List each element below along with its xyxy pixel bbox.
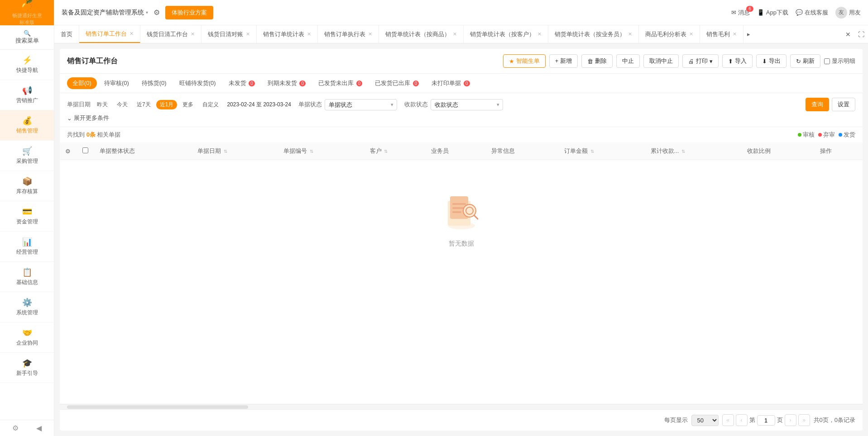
col-collected[interactable]: 累计收款... ⇅ — [645, 142, 742, 160]
refresh-btn[interactable]: ↻ 刷新 — [790, 54, 820, 68]
sub-tab-shipped-out[interactable]: 已发货已出库 0 — [369, 77, 424, 89]
online-service-btn[interactable]: 💬 在线客服 — [796, 9, 828, 17]
sidebar-item-basic-info[interactable]: 📋 基础信息 — [0, 262, 54, 292]
sub-tab-not-shipped[interactable]: 未发货 0 — [223, 77, 260, 89]
query-btn[interactable]: 查询 — [806, 98, 829, 111]
sidebar-item-marketing[interactable]: 📢 营销推广 — [0, 80, 54, 110]
sales-icon: 💰 — [22, 116, 32, 126]
col-amount[interactable]: 订单金额 ⇅ — [559, 142, 645, 160]
last-page-btn[interactable]: » — [798, 414, 810, 426]
cancel-stop-btn[interactable]: 取消中止 — [643, 54, 679, 68]
tab-maximize-btn[interactable]: ⛶ — [854, 31, 868, 38]
number-sort-icon[interactable]: ⇅ — [310, 149, 313, 154]
quick-review-btn[interactable]: 审核 — [798, 131, 815, 139]
sub-tab-pending-review[interactable]: 待审核(0) — [99, 77, 134, 89]
summary-count: 0条 — [86, 131, 96, 138]
tab-sales-stat[interactable]: 销售订单统计表 ✕ — [257, 25, 318, 43]
quick-ship-btn[interactable]: 发货 — [839, 131, 855, 139]
tab-daily-clear-close[interactable]: ✕ — [191, 31, 195, 37]
tab-sales-order-close[interactable]: ✕ — [129, 31, 134, 37]
date-7days[interactable]: 近7天 — [133, 100, 154, 109]
horizontal-scrollbar[interactable] — [60, 404, 863, 409]
customer-sort-icon[interactable]: ⇅ — [384, 149, 388, 154]
app-download-btn[interactable]: 📱 App下载 — [757, 9, 788, 17]
sub-tab-all[interactable]: 全部(0) — [67, 77, 97, 89]
prev-page-btn[interactable]: ‹ — [736, 414, 748, 426]
add-btn[interactable]: + 新增 — [549, 54, 578, 68]
date-yesterday[interactable]: 昨天 — [93, 100, 111, 109]
sidebar-item-finance[interactable]: 💳 资金管理 — [0, 201, 54, 232]
tab-close-all-btn[interactable]: ✕ — [842, 31, 854, 38]
tab-goods-stat-product[interactable]: 销货单统计表（按商品） ✕ — [379, 25, 464, 43]
col-customer[interactable]: 客户 ⇅ — [364, 142, 426, 160]
sidebar-item-system[interactable]: ⚙️ 系统管理 — [0, 292, 54, 322]
sidebar-item-quick-nav[interactable]: ⚡ 快捷导航 — [0, 50, 54, 80]
tab-goods-stat-staff[interactable]: 销货单统计表（按业务员） ✕ — [548, 25, 639, 43]
sidebar-settings-btn[interactable]: ⚙ — [12, 424, 19, 432]
tab-reconciliation[interactable]: 钱货日清对账 ✕ — [201, 25, 257, 43]
import-btn[interactable]: ⬆ 导入 — [722, 54, 753, 68]
tab-sales-margin[interactable]: 销售毛利 ✕ — [700, 25, 743, 43]
tab-goods-stat-product-close[interactable]: ✕ — [453, 31, 457, 37]
tab-more-btn[interactable]: ▸ — [743, 31, 754, 38]
sidebar-item-purchase[interactable]: 🛒 采购管理 — [0, 141, 54, 171]
tab-margin-analysis[interactable]: 商品毛利分析表 ✕ — [639, 25, 700, 43]
message-btn[interactable]: ✉ 消息 6 — [731, 9, 750, 17]
settings-filter-btn[interactable]: 设置 — [832, 98, 855, 111]
sidebar-item-inventory[interactable]: 📦 库存核算 — [0, 171, 54, 201]
date-1month[interactable]: 近1月 — [156, 100, 177, 109]
status-select[interactable]: 单据状态 — [325, 99, 397, 110]
next-page-btn[interactable]: › — [785, 414, 796, 426]
col-settings-icon[interactable]: ⚙ — [65, 148, 71, 155]
sub-tab-shipped-not-out[interactable]: 已发货未出库 0 — [313, 77, 368, 89]
date-custom[interactable]: 自定义 — [199, 100, 222, 109]
sidebar-item-newbie[interactable]: 🎓 新手引导 — [0, 353, 54, 383]
select-all-checkbox[interactable] — [82, 147, 88, 153]
tab-home[interactable]: 首页 — [54, 25, 79, 43]
sub-tab-wangpu-ship[interactable]: 旺铺待发货(0) — [174, 77, 221, 89]
sub-tab-pending-pick[interactable]: 待拣货(0) — [136, 77, 172, 89]
tab-reconciliation-close[interactable]: ✕ — [246, 31, 250, 37]
tab-sales-stat-close[interactable]: ✕ — [307, 31, 311, 37]
amount-sort-icon[interactable]: ⇅ — [590, 149, 594, 154]
tab-margin-analysis-close[interactable]: ✕ — [689, 31, 693, 37]
date-sort-icon[interactable]: ⇅ — [224, 149, 227, 154]
tab-goods-stat-customer[interactable]: 销货单统计表（按客户） ✕ — [464, 25, 548, 43]
date-today[interactable]: 今天 — [113, 100, 131, 109]
page-size-select[interactable]: 50 10 20 100 — [691, 415, 719, 426]
first-page-btn[interactable]: « — [722, 414, 734, 426]
page-number-input[interactable] — [757, 415, 775, 426]
sidebar-item-search[interactable]: 🔍 搜索菜单 — [0, 25, 54, 50]
sidebar-collapse-btn[interactable]: ◀ — [36, 424, 42, 432]
sidebar-item-collaboration[interactable]: 🤝 企业协同 — [0, 322, 54, 353]
sidebar-item-operations[interactable]: 📊 经营管理 — [0, 232, 54, 262]
tab-sales-exec[interactable]: 销售订单执行表 ✕ — [318, 25, 379, 43]
show-detail-input[interactable] — [824, 58, 830, 64]
tab-goods-stat-customer-close[interactable]: ✕ — [537, 31, 542, 37]
system-title-dropdown[interactable]: 装备及固定资产辅助管理系统 ▾ — [62, 9, 148, 17]
sub-tab-not-printed[interactable]: 未打印单据 0 — [426, 77, 475, 89]
sub-tab-overdue-ship[interactable]: 到期未发货 0 — [262, 77, 311, 89]
collected-sort-icon[interactable]: ⇅ — [681, 149, 685, 154]
date-more[interactable]: 更多 — [179, 100, 197, 109]
export-btn[interactable]: ⬇ 导出 — [756, 54, 786, 68]
tab-sales-order-workbench[interactable]: 销售订单工作台 ✕ — [79, 25, 140, 43]
smart-create-btn[interactable]: ★ 智能生单 — [503, 54, 546, 68]
topbar-settings-icon[interactable]: ⚙ — [153, 8, 160, 17]
tab-sales-exec-close[interactable]: ✕ — [368, 31, 372, 37]
expand-more-btn[interactable]: ⌄ 展开更多条件 — [67, 114, 855, 122]
sidebar-item-sales[interactable]: 💰 销售管理 — [0, 110, 54, 141]
print-btn[interactable]: 🖨 打印 ▾ — [682, 54, 719, 68]
tab-daily-clear[interactable]: 钱货日清工作台 ✕ — [140, 25, 201, 43]
show-detail-checkbox[interactable]: 显示明细 — [824, 57, 855, 65]
stop-btn[interactable]: 中止 — [616, 54, 640, 68]
trial-btn[interactable]: 体验行业方案 — [165, 6, 213, 19]
user-btn[interactable]: 友 用友 — [835, 7, 861, 19]
quick-revoke-btn[interactable]: 弃审 — [818, 131, 835, 139]
tab-sales-margin-close[interactable]: ✕ — [733, 31, 737, 37]
col-number[interactable]: 单据编号 ⇅ — [278, 142, 364, 160]
payment-select[interactable]: 收款状态 — [431, 99, 503, 110]
col-date[interactable]: 单据日期 ⇅ — [192, 142, 278, 160]
tab-goods-stat-staff-close[interactable]: ✕ — [628, 31, 632, 37]
delete-btn[interactable]: 🗑 删除 — [581, 54, 613, 68]
